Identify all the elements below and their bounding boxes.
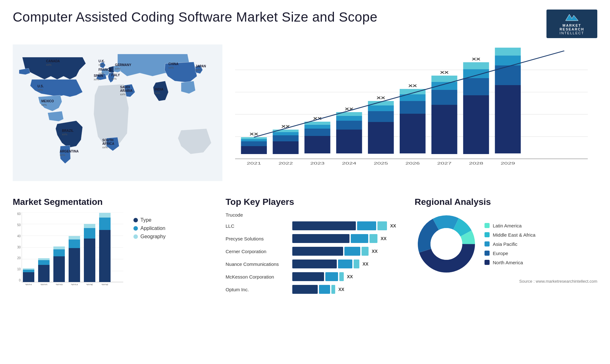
logo: MARKET RESEARCH INTELLECT xyxy=(546,10,597,38)
bar-2023-seg2 xyxy=(304,129,330,136)
seg-year-2023: 2023 xyxy=(56,284,63,285)
bar-2021-seg1 xyxy=(241,146,267,154)
player-value-nuance: XX xyxy=(363,261,369,266)
bar-2028-year: 2028 xyxy=(469,161,483,165)
canada-value: xx% xyxy=(46,63,51,66)
player-value-precyse: XX xyxy=(381,236,387,241)
player-bar-precyse-1 xyxy=(292,234,349,243)
player-nuance: Nuance Communications XX xyxy=(226,260,408,268)
regional-section: Regional Analysis xyxy=(415,194,597,301)
seg-2026-geo xyxy=(99,213,111,218)
seg-year-2021: 2021 xyxy=(25,284,32,285)
us-value: xx% xyxy=(37,88,43,91)
player-bar-nuance-2 xyxy=(338,260,352,268)
player-bar-nuance-1 xyxy=(292,260,337,268)
bar-2024-seg3 xyxy=(336,116,362,121)
player-bar-llc-3 xyxy=(377,221,387,230)
southafrica-label: SOUTH xyxy=(102,138,113,142)
bar-2029-seg1 xyxy=(495,85,521,153)
france-label: FRANCE xyxy=(98,68,112,71)
seg-2026-type xyxy=(99,230,111,282)
india-label: INDIA xyxy=(155,88,163,91)
regional-legend: Latin America Middle East & Africa Asia … xyxy=(485,223,535,265)
player-bar-optum-2 xyxy=(319,285,330,294)
player-name-cerner: Cerner Corporation xyxy=(226,249,289,254)
bar-2027-seg4 xyxy=(431,76,457,82)
bar-2028-seg4 xyxy=(463,62,489,69)
bar-2022-year: 2022 xyxy=(278,161,293,165)
map-section: CANADA xx% U.S. xx% MEXICO xx% BRAZIL xx… xyxy=(13,44,222,191)
bar-2026-seg4 xyxy=(400,89,425,94)
bar-2021-value: XX xyxy=(250,132,258,136)
bar-2022-seg1 xyxy=(273,141,298,154)
colombia-path xyxy=(48,111,64,121)
bar-2024-year: 2024 xyxy=(342,161,356,165)
trend-arrow xyxy=(561,49,567,52)
player-bar-nuance-3 xyxy=(354,260,359,268)
seg-2025-type xyxy=(84,239,95,282)
player-name-mckesson: McKesson Corporation xyxy=(226,274,289,280)
regional-title: Regional Analysis xyxy=(415,197,597,207)
germany-value: xx% xyxy=(115,67,120,70)
player-llc: LLC XX xyxy=(226,221,408,230)
seg-2023-app xyxy=(53,249,65,256)
bar-2029-seg2 xyxy=(495,65,521,85)
bar-2024-seg2 xyxy=(336,121,362,130)
bar-2027-value: XX xyxy=(440,71,449,74)
bar-2027-year: 2027 xyxy=(437,161,451,165)
player-trucode: Trucode xyxy=(226,212,408,218)
us-label: U.S. xyxy=(37,84,44,88)
seg-label-geo: Geography xyxy=(140,234,166,239)
header: Computer Assisted Coding Software Market… xyxy=(13,10,597,38)
seg-year-2022: 2022 xyxy=(40,284,48,285)
seg-y-60: 60 xyxy=(17,212,21,216)
reg-dot-mea xyxy=(485,232,490,237)
bar-2025-seg3 xyxy=(368,105,394,111)
mexico-label: MEXICO xyxy=(41,99,54,103)
seg-dot-type xyxy=(133,218,138,222)
seg-y-0: 0 xyxy=(19,279,21,282)
reg-label-europe: Europe xyxy=(493,251,508,256)
reg-legend-northamerica: North America xyxy=(485,260,535,265)
seg-2022-geo xyxy=(38,258,50,260)
reg-dot-latam xyxy=(485,223,490,228)
japan-value: xx% xyxy=(195,68,201,71)
seg-dot-app xyxy=(133,226,138,231)
bottom-right: Top Key Players Trucode LLC XX Precyse S… xyxy=(226,194,597,289)
seg-2023-geo xyxy=(53,246,65,249)
reg-dot-apac xyxy=(485,241,490,246)
reg-legend-apac: Asia Pacific xyxy=(485,241,535,247)
saudi-label: SAUDI xyxy=(120,85,130,89)
player-optum: Optum Inc. XX xyxy=(226,285,408,294)
seg-y-10: 10 xyxy=(17,267,21,271)
player-bar-cerner-2 xyxy=(344,247,360,256)
saudi-value: xx% xyxy=(120,93,125,96)
bar-2026-seg2 xyxy=(400,101,425,114)
seg-year-2024: 2024 xyxy=(71,284,78,285)
seg-label-app: Application xyxy=(140,226,165,231)
reg-legend-mea: Middle East & Africa xyxy=(485,232,535,238)
bar-2026-year: 2026 xyxy=(405,161,420,165)
bar-2027-seg1 xyxy=(431,105,457,154)
southafrica-label2: AFRICA xyxy=(102,142,114,145)
bar-2029-year: 2029 xyxy=(501,161,515,165)
player-bar-optum: XX xyxy=(292,285,408,294)
seg-year-2025: 2025 xyxy=(86,284,93,285)
bar-2024-seg1 xyxy=(336,130,362,153)
uk-value: xx% xyxy=(98,63,104,66)
bar-2022-seg2 xyxy=(273,135,298,141)
seg-2022-type xyxy=(38,265,50,282)
seg-year-2026: 2026 xyxy=(101,284,109,285)
player-precyse: Precyse Solutions XX xyxy=(226,234,408,243)
player-cerner: Cerner Corporation XX xyxy=(226,247,408,256)
seg-2023-type xyxy=(53,256,65,282)
player-bar-mckesson-2 xyxy=(325,272,338,281)
player-name-nuance: Nuance Communications xyxy=(226,261,289,267)
italy-label: ITALY xyxy=(111,73,120,77)
player-bar-cerner-1 xyxy=(292,247,343,256)
market-seg-title: Market Segmentation xyxy=(13,197,222,207)
reg-legend-latam: Latin America xyxy=(485,223,535,228)
seg-2025-app xyxy=(84,228,95,239)
bar-2027-seg3 xyxy=(431,82,457,90)
seg-dot-geo xyxy=(133,234,138,239)
